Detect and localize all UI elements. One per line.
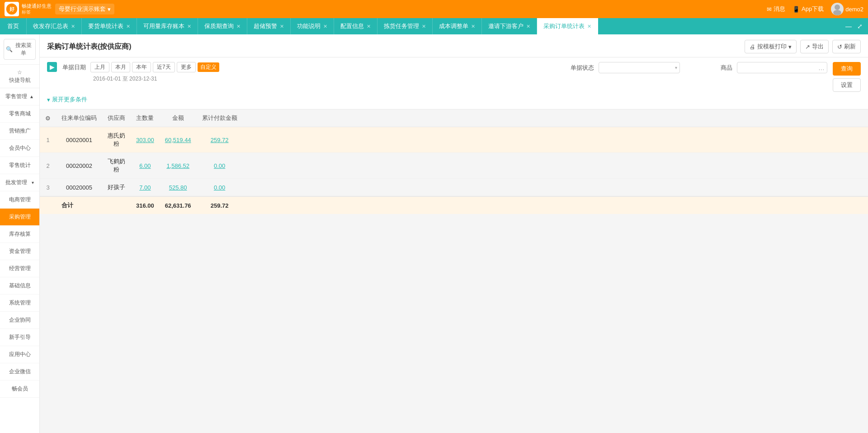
filter-date-row: 单据日期 上月 本月 本年 近7天 更多 自定义 — [62, 62, 565, 72]
row-amount[interactable]: 60,519.44 — [160, 127, 197, 153]
minimize-icon[interactable]: — — [844, 21, 854, 32]
sidebar-item-retail-shop[interactable]: 零售商城 — [0, 105, 39, 123]
sidebar-item-app-center[interactable]: 应用中心 — [0, 346, 39, 363]
content-area: 采购订单统计表(按供应商) 🖨 按模板打印 ▾ ↗ 导出 ↺ 刷新 — [40, 34, 868, 433]
sidebar-item-ecommerce-mgmt[interactable]: 电商管理 — [0, 191, 39, 209]
settings-icon[interactable]: ⚙ — [45, 115, 51, 122]
close-icon[interactable]: ✕ — [187, 24, 191, 29]
close-icon[interactable]: ✕ — [587, 24, 591, 29]
close-icon[interactable]: ✕ — [236, 24, 241, 29]
footer-amount: 62,631.76 — [160, 196, 197, 214]
sidebar-item-enterprise-wechat[interactable]: 企业微信 — [0, 363, 39, 381]
sidebar-item-basic-info[interactable]: 基础信息 — [0, 277, 39, 295]
sidebar-item-retail-mgmt[interactable]: 零售管理 ▲ — [0, 88, 39, 105]
sidebar-item-purchase-mgmt[interactable]: 采购管理 — [0, 209, 39, 226]
sidebar-item-inventory-check[interactable]: 库存核算 — [0, 226, 39, 243]
app-download-btn[interactable]: 📱 App下载 — [793, 5, 824, 13]
expand-filter-btn[interactable]: ▶ — [47, 62, 57, 72]
close-icon[interactable]: ✕ — [323, 24, 327, 29]
print-btn[interactable]: 🖨 按模板打印 ▾ — [745, 40, 797, 53]
close-icon[interactable]: ✕ — [422, 24, 426, 29]
tab-available-stock[interactable]: 可用量库存账本 ✕ — [137, 18, 198, 34]
goods-input[interactable] — [737, 62, 827, 73]
sidebar-item-operation-mgmt[interactable]: 经营管理 — [0, 260, 39, 277]
row-qty[interactable]: 303.00 — [131, 127, 160, 153]
filter-status-row: 单据状态 ▾ — [571, 62, 715, 73]
row-qty[interactable]: 6.00 — [131, 153, 160, 179]
close-icon[interactable]: ✕ — [471, 24, 475, 29]
tab-function-desc[interactable]: 功能说明 ✕ — [291, 18, 334, 34]
search-menu-btn[interactable]: 🔍 搜索菜单 — [4, 39, 36, 60]
tab-order-stats[interactable]: 要货单统计表 ✕ — [82, 18, 137, 34]
tab-cost-adjust[interactable]: 成本调整单 ✕ — [433, 18, 482, 34]
expand-more-conditions[interactable]: ▾ 展开更多条件 — [47, 95, 861, 104]
ellipsis-icon[interactable]: … — [818, 64, 825, 71]
tab-pick-task[interactable]: 拣货任务管理 ✕ — [377, 18, 433, 34]
row-paid[interactable]: 0.00 — [197, 153, 243, 179]
sidebar-item-system-mgmt[interactable]: 系统管理 — [0, 295, 39, 312]
row-supplier: 好孩子 — [102, 179, 131, 197]
row-amount[interactable]: 525.80 — [160, 179, 197, 197]
shortcut-more[interactable]: 更多 — [177, 62, 196, 72]
tab-warranty[interactable]: 保质期查询 ✕ — [198, 18, 247, 34]
sidebar-item-marketing[interactable]: 营销推广 — [0, 123, 39, 140]
page-header-actions: 🖨 按模板打印 ▾ ↗ 导出 ↺ 刷新 — [745, 40, 861, 53]
export-btn[interactable]: ↗ 导出 — [800, 40, 829, 53]
status-select[interactable] — [599, 62, 680, 73]
shortcut-7days[interactable]: 近7天 — [153, 62, 175, 72]
close-icon[interactable]: ✕ — [71, 24, 75, 29]
message-btn[interactable]: ✉ 消息 — [767, 5, 785, 13]
row-paid[interactable]: 259.72 — [197, 127, 243, 153]
shortcut-this-year[interactable]: 本年 — [132, 62, 151, 72]
tab-purchase-stats[interactable]: 采购订单统计表 ✕ — [537, 18, 598, 34]
table-row[interactable]: 3 00020005 好孩子 7.00 525.80 0.00 — [40, 179, 868, 197]
sidebar: 🔍 搜索菜单 ☆ 快捷导航 零售管理 ▲ 零售商城 营销推广 会员中心 零售统计… — [0, 34, 40, 433]
tab-config-info[interactable]: 配置信息 ✕ — [334, 18, 377, 34]
close-icon[interactable]: ✕ — [526, 24, 530, 29]
svg-text:好: 好 — [9, 6, 15, 12]
settings-btn[interactable]: 设置 — [833, 78, 861, 92]
tab-receive-send[interactable]: 收发存汇总表 ✕ — [27, 18, 82, 34]
row-paid[interactable]: 0.00 — [197, 179, 243, 197]
table-wrapper: ⚙ 往来单位编码 供应商 主数量 金额 累计付款金额 1 — [40, 109, 868, 433]
tab-invite-downstream[interactable]: 邀请下游客户 ✕ — [482, 18, 537, 34]
maximize-icon[interactable]: ⤢ — [855, 21, 864, 32]
user-avatar[interactable]: demo2 — [831, 3, 863, 15]
download-icon: 📱 — [793, 6, 800, 13]
sidebar-item-new-guide[interactable]: 新手引导 — [0, 329, 39, 346]
row-supplier: 惠氏奶粉 — [102, 127, 131, 153]
sidebar-item-enterprise-collab[interactable]: 企业协同 — [0, 312, 39, 329]
row-amount[interactable]: 1,586.52 — [160, 153, 197, 179]
quick-nav-btn[interactable]: ☆ 快捷导航 — [0, 65, 39, 88]
query-btn[interactable]: 查询 — [833, 62, 861, 76]
tab-overstock[interactable]: 超储预警 ✕ — [247, 18, 291, 34]
shortcut-this-month[interactable]: 本月 — [111, 62, 130, 72]
goods-input-wrapper: … — [737, 62, 827, 73]
row-code: 00020002 — [56, 153, 102, 179]
sidebar-item-member-center[interactable]: 会员中心 — [0, 140, 39, 157]
footer-empty2 — [102, 196, 131, 214]
row-supplier: 飞鹤奶粉 — [102, 153, 131, 179]
export-icon: ↗ — [805, 43, 810, 50]
col-settings: ⚙ — [40, 109, 56, 127]
shortcut-last-month[interactable]: 上月 — [90, 62, 109, 72]
footer-qty: 316.00 — [131, 196, 160, 214]
table-row[interactable]: 2 00020002 飞鹤奶粉 6.00 1,586.52 0.00 — [40, 153, 868, 179]
row-qty[interactable]: 7.00 — [131, 179, 160, 197]
status-select-wrapper: ▾ — [599, 62, 680, 73]
close-icon[interactable]: ✕ — [280, 24, 284, 29]
tab-home[interactable]: 首页 — [0, 18, 27, 34]
footer-label: 合计 — [56, 196, 102, 214]
close-icon[interactable]: ✕ — [126, 24, 130, 29]
row-extra — [243, 127, 868, 153]
table-row[interactable]: 1 00020001 惠氏奶粉 303.00 60,519.44 259.72 — [40, 127, 868, 153]
row-extra — [243, 153, 868, 179]
sidebar-item-retail-stats[interactable]: 零售统计 — [0, 157, 39, 174]
custom-date-badge[interactable]: 自定义 — [198, 62, 219, 72]
sidebar-item-wholesale-mgmt[interactable]: 批发管理 ▾ — [0, 174, 39, 191]
sidebar-item-capital-mgmt[interactable]: 资金管理 — [0, 243, 39, 260]
sidebar-item-vip-member[interactable]: 畅会员 — [0, 381, 39, 398]
close-icon[interactable]: ✕ — [367, 24, 371, 29]
workspace-selector[interactable]: 母婴行业演示账套 ▾ — [55, 4, 114, 14]
refresh-btn[interactable]: ↺ 刷新 — [832, 40, 861, 53]
